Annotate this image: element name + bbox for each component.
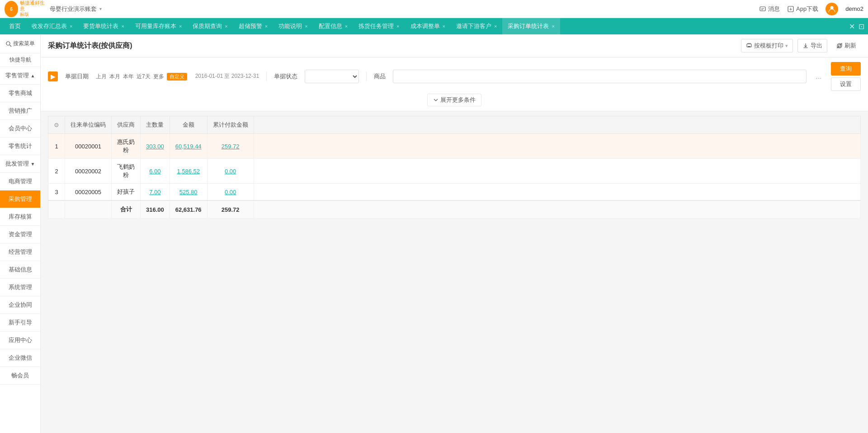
nav-tab-9[interactable]: 成本调整单 × [405, 18, 451, 34]
sidebar-item-enterprise-collab[interactable]: 企业协同 [0, 296, 40, 314]
sidebar-item-wholesale-mgmt[interactable]: 批发管理 ▼ [0, 155, 40, 173]
expand-tabs[interactable]: ⊡ [859, 22, 864, 31]
custom-date-badge[interactable]: 自定义 [167, 73, 187, 81]
main-content: 采购订单统计表(按供应商) 按模板打印 ▾ 导出 刷新 [41, 34, 868, 433]
logo-text: 畅捷通好生意 [20, 0, 45, 11]
nav-tab-6[interactable]: 功能说明 × [273, 18, 313, 34]
chevron-up-icon: ▲ [31, 73, 35, 78]
sidebar-item-basic-info[interactable]: 基础信息 [0, 261, 40, 279]
sidebar-item-member-center[interactable]: 会员中心 [0, 120, 40, 138]
template-print-button[interactable]: 按模板打印 ▾ [741, 39, 793, 52]
sidebar-item-purchase-mgmt[interactable]: 采购管理 [0, 190, 40, 208]
sidebar-search: 搜索菜单 [0, 34, 40, 53]
close-tab-2[interactable]: × [121, 24, 124, 29]
close-tab-5[interactable]: × [265, 24, 268, 29]
shortcut-this-year[interactable]: 本年 [123, 73, 134, 81]
nav-tab-1[interactable]: 收发存汇总表 × [26, 18, 78, 34]
row-extra [254, 184, 860, 201]
close-tab-11[interactable]: × [552, 24, 554, 29]
sidebar-item-ecommerce[interactable]: 电商管理 [0, 173, 40, 190]
user-name[interactable]: demo2 [845, 5, 863, 12]
workspace-arrow: ▾ [99, 6, 102, 11]
nav-tabs-controls: ✕ ⊡ [849, 22, 864, 31]
sidebar-item-operations[interactable]: 经营管理 [0, 243, 40, 261]
close-tab-7[interactable]: × [345, 24, 348, 29]
nav-tab-10[interactable]: 邀请下游客户 × [451, 18, 502, 34]
template-arrow-icon: ▾ [785, 43, 788, 49]
top-bar-right: 消息 App下载 demo2 [759, 3, 863, 15]
close-tab-3[interactable]: × [179, 24, 182, 29]
nav-tab-7[interactable]: 配置信息 × [313, 18, 353, 34]
sidebar-item-label: 零售管理 [5, 71, 29, 80]
close-tab-6[interactable]: × [305, 24, 307, 29]
user-avatar [826, 3, 838, 15]
sidebar-item-marketing[interactable]: 营销推广 [0, 102, 40, 120]
table-container: ⚙ 往来单位编码 供应商 主数量 金额 累计付款金额 1 [41, 111, 868, 433]
nav-tab-11[interactable]: 采购订单统计表 × [502, 18, 560, 34]
paid-link[interactable]: 0.00 [225, 189, 236, 195]
sidebar-item-inventory[interactable]: 库存核算 [0, 208, 40, 226]
settings-button[interactable]: 设置 [831, 77, 861, 91]
sidebar-item-retail-mgmt[interactable]: 零售管理 ▲ [0, 67, 40, 85]
refresh-label: 刷新 [844, 42, 856, 50]
message-button[interactable]: 消息 [759, 5, 780, 13]
quick-nav-label: 快捷导航 [9, 57, 31, 63]
close-all-tabs[interactable]: ✕ [849, 22, 855, 31]
qty-link[interactable]: 7.00 [149, 189, 160, 195]
sidebar-item-wechat-work[interactable]: 企业微信 [0, 349, 40, 367]
shortcut-7-days[interactable]: 近7天 [137, 73, 151, 81]
filter-row-1: ▶ 单据日期 上月 本月 本年 近7天 更多 自定义 2016-01-01 至 … [48, 62, 861, 91]
sidebar-item-retail-stats[interactable]: 零售统计 [0, 138, 40, 155]
table-col-settings: ⚙ [48, 116, 65, 134]
search-menu-button[interactable]: 搜索菜单 [3, 38, 38, 49]
refresh-button[interactable]: 刷新 [832, 39, 861, 52]
query-button[interactable]: 查询 [831, 62, 861, 76]
amount-link[interactable]: 525.80 [179, 189, 198, 195]
close-tab-8[interactable]: × [396, 24, 399, 29]
expand-more-button[interactable]: 展开更多条件 [427, 94, 481, 106]
close-tab-1[interactable]: × [70, 24, 72, 29]
gear-icon[interactable]: ⚙ [54, 122, 59, 128]
filter-toggle-button[interactable]: ▶ [48, 71, 58, 81]
row-amount: 60,519.44 [170, 134, 207, 159]
shortcut-more[interactable]: 更多 [153, 73, 164, 81]
sidebar-item-newbie-guide[interactable]: 新手引导 [0, 314, 40, 332]
close-tab-10[interactable]: × [494, 24, 497, 29]
amount-link[interactable]: 60,519.44 [175, 143, 202, 150]
paid-link[interactable]: 0.00 [225, 168, 236, 175]
export-button[interactable]: 导出 [797, 39, 827, 52]
goods-input[interactable] [393, 70, 807, 83]
shortcut-this-month[interactable]: 本月 [109, 73, 120, 81]
sidebar-item-retail-store[interactable]: 零售商城 [0, 85, 40, 102]
date-range-display: 2016-01-01 至 2023-12-31 [195, 73, 259, 80]
qty-link[interactable]: 6.00 [149, 168, 160, 175]
sidebar-item-label: 零售统计 [9, 142, 32, 150]
export-label: 导出 [811, 42, 822, 50]
row-amount: 525.80 [170, 184, 207, 201]
close-tab-4[interactable]: × [225, 24, 227, 29]
status-select[interactable]: 全部 待审核 已审核 [305, 70, 359, 83]
paid-link[interactable]: 259.72 [222, 143, 240, 150]
qty-link[interactable]: 303.00 [146, 143, 164, 150]
amount-link[interactable]: 1,586.52 [177, 168, 200, 175]
quick-nav-button[interactable]: 快捷导航 [0, 53, 40, 67]
nav-tab-3[interactable]: 可用量库存账本 × [130, 18, 187, 34]
sidebar-item-system[interactable]: 系统管理 [0, 279, 40, 296]
sidebar-item-member[interactable]: 畅会员 [0, 367, 40, 385]
shortcut-last-month[interactable]: 上月 [96, 73, 107, 81]
sidebar-item-app-center[interactable]: 应用中心 [0, 332, 40, 349]
nav-tab-home[interactable]: 首页 [4, 18, 26, 34]
expand-more-label: 展开更多条件 [440, 96, 476, 104]
row-no: 3 [48, 184, 65, 201]
close-tab-9[interactable]: × [443, 24, 445, 29]
sidebar-item-label: 经营管理 [9, 248, 32, 256]
nav-tab-8[interactable]: 拣货任务管理 × [353, 18, 405, 34]
nav-tab-2[interactable]: 要货单统计表 × [78, 18, 129, 34]
nav-tab-4[interactable]: 保质期查询 × [187, 18, 233, 34]
table-col-qty: 主数量 [141, 116, 170, 134]
workspace-selector[interactable]: 母婴行业演示账套 ▾ [50, 5, 102, 13]
app-download-button[interactable]: App下载 [787, 5, 818, 13]
sidebar-item-finance[interactable]: 资金管理 [0, 226, 40, 243]
nav-tab-5[interactable]: 超储预警 × [233, 18, 273, 34]
goods-more-icon[interactable]: … [814, 73, 824, 80]
